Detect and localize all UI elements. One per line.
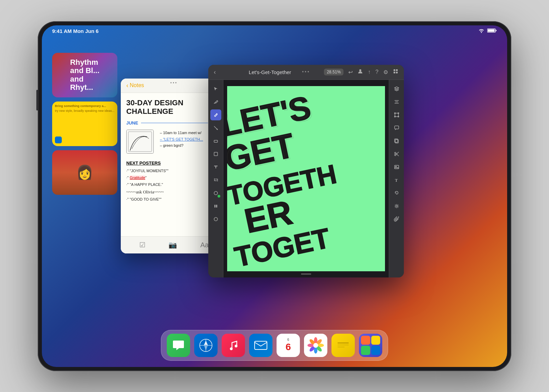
right-tool-copy[interactable] — [391, 135, 402, 146]
right-tool-image[interactable] — [391, 162, 402, 173]
left-card-design[interactable]: Rhythmand Bl...andRhyt... — [52, 53, 117, 97]
svg-line-38 — [396, 152, 399, 155]
svg-rect-7 — [396, 69, 398, 71]
svg-rect-3 — [127, 130, 153, 153]
right-tool-settings[interactable] — [391, 201, 402, 212]
dock-app-mail[interactable] — [249, 334, 272, 357]
poster-content: LET'S GET TOGETH ER TOGET — [227, 86, 385, 271]
tool-brush[interactable] — [210, 122, 221, 133]
extra-app-2 — [371, 336, 381, 345]
right-tool-scissors[interactable] — [391, 149, 402, 159]
svg-rect-9 — [396, 72, 398, 73]
notes-item-2: – "LET'S GET TOGETH... — [160, 136, 203, 143]
svg-rect-10 — [214, 140, 218, 142]
tool-circle-filled[interactable] — [210, 214, 221, 225]
tool-arrow[interactable] — [210, 83, 221, 94]
status-bar: 9:41 AM Mon Jun 6 — [42, 25, 507, 37]
svg-rect-32 — [395, 126, 399, 129]
svg-rect-63 — [338, 345, 349, 345]
tool-text[interactable] — [210, 162, 221, 173]
dock-app-calendar[interactable]: 6 6 — [277, 334, 300, 357]
left-card-notes-small[interactable]: Bring something contemporary a... try ne… — [52, 102, 117, 146]
svg-point-5 — [359, 69, 361, 71]
notes-next-section: NEXT POSTERS ·" "JOYFUL MOMENTS"" ·" Gra… — [126, 161, 222, 203]
tool-pause[interactable] — [210, 201, 221, 212]
tool-shape[interactable] — [210, 149, 221, 159]
tool-eraser[interactable] — [210, 135, 221, 146]
help-icon[interactable]: ? — [375, 69, 378, 75]
right-tool-align[interactable] — [391, 96, 402, 107]
app-icon-small — [55, 136, 62, 143]
notes-divider-line — [141, 123, 208, 123]
notes-sketch-row: – 10am to 11am meet w/ – "LET'S GET TOGE… — [126, 130, 222, 156]
right-tool-comment[interactable] — [391, 122, 402, 133]
dock-app-music[interactable] — [222, 334, 245, 357]
affinity-title: Let's-Get-Together — [249, 69, 291, 75]
notes-item-3: – green bgrd? — [160, 142, 203, 149]
svg-rect-1 — [488, 29, 495, 32]
svg-point-35 — [395, 152, 396, 154]
camera-icon[interactable]: 📷 — [168, 241, 177, 249]
notes-gratitude-text: Gratitude — [130, 176, 145, 180]
svg-line-37 — [396, 153, 399, 156]
tool-color[interactable] — [210, 188, 221, 199]
affinity-window[interactable]: ••• ‹ Let's-Get-Together 28.51% ↩ ↑ ? ⚙ — [208, 65, 404, 277]
svg-rect-14 — [216, 205, 217, 207]
svg-point-30 — [394, 116, 395, 117]
right-tool-undo[interactable] — [391, 188, 402, 199]
ipad-screen: 9:41 AM Mon Jun 6 — [42, 25, 507, 367]
notes-june: JUNE — [126, 120, 138, 126]
right-tool-layers[interactable] — [391, 83, 402, 94]
app-switcher[interactable]: Rhythmand Bl...andRhyt... Bring somethin… — [42, 25, 507, 367]
status-right — [478, 28, 497, 34]
svg-rect-61 — [337, 339, 349, 352]
right-tool-text-properties[interactable]: T — [391, 175, 402, 186]
affinity-right-tools: T — [389, 80, 404, 277]
svg-rect-6 — [394, 69, 395, 71]
dock-app-photos[interactable] — [304, 334, 327, 357]
svg-point-50 — [235, 345, 237, 347]
left-card-photo[interactable]: 👩 — [52, 150, 117, 195]
dock-app-messages[interactable] — [167, 334, 190, 357]
wifi-icon — [478, 28, 484, 34]
settings-icon[interactable]: ⚙ — [383, 69, 388, 75]
svg-point-15 — [214, 217, 218, 221]
person-icon[interactable] — [358, 69, 363, 75]
svg-point-12 — [214, 191, 218, 195]
dock-app-library[interactable] — [359, 334, 382, 357]
battery-icon — [487, 28, 497, 34]
affinity-canvas[interactable]: LET'S GET TOGETH ER TOGET — [223, 80, 389, 277]
right-tool-transform[interactable] — [391, 109, 402, 120]
affinity-three-dots: ••• — [302, 69, 310, 74]
status-time: 9:41 AM Mon Jun 6 — [52, 28, 98, 34]
affinity-handle — [301, 273, 311, 275]
affinity-zoom[interactable]: 28.51% — [324, 69, 343, 75]
tool-crop[interactable] — [210, 175, 221, 186]
extra-app-4 — [371, 346, 381, 355]
undo-icon[interactable]: ↩ — [348, 69, 353, 75]
svg-point-60 — [313, 343, 318, 348]
svg-point-29 — [398, 112, 399, 114]
dock-app-notes[interactable] — [331, 334, 355, 357]
photo-thumbnail: 👩 — [76, 164, 93, 180]
affinity-back-button[interactable]: ‹ — [214, 69, 216, 76]
account-icon[interactable] — [393, 69, 398, 75]
tool-pen[interactable] — [210, 96, 221, 107]
notes-signature: ~~~~ask Olivia~~~~ — [126, 189, 222, 195]
tool-pencil[interactable] — [210, 109, 221, 120]
svg-marker-47 — [204, 341, 208, 345]
share-icon[interactable]: ↑ — [368, 69, 371, 75]
svg-point-49 — [230, 347, 233, 350]
text-format-icon[interactable]: Aa — [200, 241, 209, 249]
notes-bullet-1: ·" "JOYFUL MOMENTS"" — [126, 168, 222, 175]
notes-back-button[interactable]: ‹ Notes — [126, 82, 144, 89]
notes-item-1: – 10am to 11am meet w/ — [160, 130, 203, 136]
chevron-left-icon: ‹ — [126, 82, 128, 89]
affinity-left-tools — [208, 80, 223, 277]
right-tool-attach[interactable] — [391, 214, 402, 225]
left-cards: Rhythmand Bl...andRhyt... Bring somethin… — [52, 53, 117, 195]
checklist-icon[interactable]: ☑ — [139, 241, 145, 249]
svg-rect-64 — [338, 347, 344, 347]
notes-list: – 10am to 11am meet w/ – "LET'S GET TOGE… — [160, 130, 203, 156]
dock-app-safari[interactable] — [194, 334, 218, 357]
